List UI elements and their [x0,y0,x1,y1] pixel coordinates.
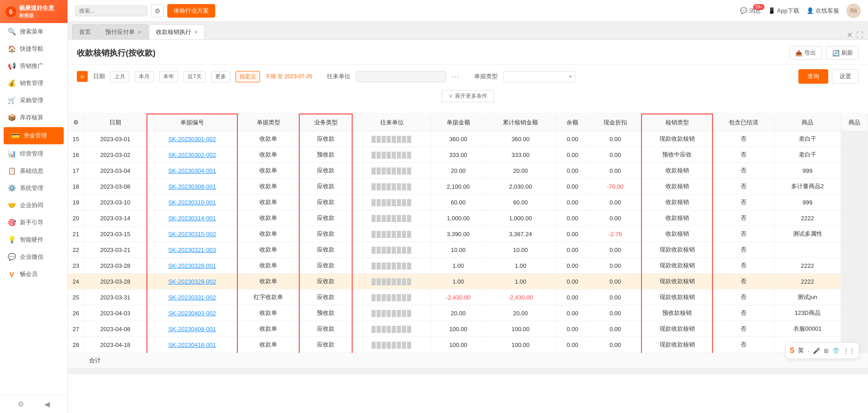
export-button[interactable]: 📤 导出 [789,46,822,60]
sidebar-item-hardware[interactable]: 💡 智能硬件 [0,231,67,248]
date-btn-more[interactable]: 更多 [211,71,230,82]
sn-link[interactable]: SK-20230310-001 [168,199,216,206]
sn-link[interactable]: SK-20230321-003 [168,247,216,253]
date-custom-btn[interactable]: 自定义 [236,71,260,82]
th-hx-type: 核销类型 [642,114,712,131]
user-avatar[interactable]: Rit [846,4,861,18]
sidebar-item-operations[interactable]: 📊 经营管理 [0,145,67,162]
cell-goods2 [841,210,868,226]
refresh-button[interactable]: 🔄 刷新 [826,46,859,60]
cell-accum-hx: 20.00 [485,305,556,321]
sidebar-item-sales[interactable]: 💰 销售管理 [0,75,67,92]
cell-goods: 123D商品 [774,305,841,321]
sn-link[interactable]: SK-20230403-002 [168,310,216,317]
sidebar-item-inventory[interactable]: 📦 库存核算 [0,109,67,126]
expand-more-btn[interactable]: ∨ 展开更多条件 [442,90,494,102]
online-support-btn[interactable]: 👤 在线客服 [807,7,839,15]
sidebar-item-member[interactable]: V 畅会员 [0,266,67,283]
sidebar-item-purchase[interactable]: 🛒 采购管理 [0,92,67,109]
app-download-btn[interactable]: 📱 App下载 [768,7,799,15]
search-icon: 🔍 [7,28,16,36]
settings-gear-icon[interactable]: ⚙ [18,400,24,408]
breadcrumb-input[interactable] [75,5,147,16]
receipt-type-select[interactable] [503,71,576,82]
cell-sn[interactable]: SK-20230310-001 [147,195,238,210]
filter-toggle-button[interactable]: » [77,71,88,82]
cell-sn[interactable]: SK-20230408-001 [147,321,238,337]
sidebar-item-marketing[interactable]: 📢 营销推广 [0,57,67,75]
collapse-icon[interactable]: ◀ [44,400,50,408]
sn-link[interactable]: SK-20230308-001 [168,183,216,190]
tab-home[interactable]: 首页 [72,24,98,39]
cell-sn[interactable]: SK-20230328-001 [147,258,238,274]
cell-sn[interactable]: SK-20230315-002 [147,226,238,242]
sn-link[interactable]: SK-20230328-002 [168,278,216,285]
sn-link[interactable]: SK-20230315-002 [168,231,216,237]
industry-btn[interactable]: 体验行业方案 [167,4,215,18]
cell-include-settled: 否 [712,258,774,274]
tab-maximize-icon[interactable]: ⛶ [856,31,863,39]
cell-sn[interactable]: SK-20230302-002 [147,147,238,163]
cell-no: 18 [68,179,84,195]
table-scrollbar[interactable] [68,369,868,374]
cell-goods2 [841,163,868,179]
tab-receipt[interactable]: 收款核销执行 ✕ [149,24,205,39]
partner-input[interactable] [356,71,446,82]
cell-accum-hx: 20.00 [485,163,556,179]
sidebar-item-guide[interactable]: 🎯 新手引导 [0,214,67,231]
date-btn-this-month[interactable]: 本月 [135,71,154,82]
sidebar-item-search[interactable]: 🔍 搜索菜单 [0,23,67,40]
sn-link[interactable]: SK-20230301-002 [168,136,216,142]
sn-link[interactable]: SK-20230408-001 [168,326,216,332]
table-row: 16 2023-03-02 SK-20230302-002 收款单 预收款 ██… [68,147,868,163]
cell-sn[interactable]: SK-20230308-001 [147,179,238,195]
cell-sn[interactable]: SK-20230301-002 [147,131,238,147]
th-sn: 单据编号 [147,114,238,131]
sidebar-item-system[interactable]: ⚙️ 系统管理 [0,180,67,197]
sidebar-item-quicknav[interactable]: 🏠 快捷导航 [0,40,67,57]
cell-sn[interactable]: SK-20230331-002 [147,290,238,305]
tab-prepay-close[interactable]: ✕ [137,29,142,35]
cell-hx-type: 现款收款核销 [642,290,712,305]
cell-no: 27 [68,321,84,337]
cell-balance: 0.00 [556,147,589,163]
sn-link[interactable]: SK-20230304-001 [168,167,216,174]
sn-link[interactable]: SK-20230302-002 [168,152,216,158]
sn-link[interactable]: SK-20230314-001 [168,215,216,222]
cell-amount: 360.00 [431,131,486,147]
table-row: 21 2023-03-15 SK-20230315-002 收款单 应收款 ██… [68,226,868,242]
cell-bill-type: 收款单 [237,274,299,290]
table-row: 28 2023-04-18 SK-20230418-001 收款单 应收款 ██… [68,337,868,353]
tab-receipt-label: 收款核销执行 [156,28,191,36]
cell-amount: 20.00 [431,163,486,179]
cell-sn[interactable]: SK-20230321-003 [147,242,238,258]
cell-include-settled: 否 [712,147,774,163]
tab-prepay[interactable]: 预付应付单 ✕ [99,24,148,39]
cell-goods2 [841,305,868,321]
tab-receipt-close[interactable]: ✕ [194,29,198,35]
sidebar-item-basic[interactable]: 📋 基础信息 [0,162,67,180]
sn-link[interactable]: SK-20230328-001 [168,262,216,269]
sn-link[interactable]: SK-20230331-002 [168,294,216,301]
messages-btn[interactable]: 💬 消息 99+ [740,7,761,15]
sidebar-item-enterprise[interactable]: 🤝 企业协同 [0,197,67,214]
cell-sn[interactable]: SK-20230314-001 [147,210,238,226]
cell-sn[interactable]: SK-20230403-002 [147,305,238,321]
query-button[interactable]: 查询 [798,69,828,84]
date-btn-this-year[interactable]: 本年 [159,71,178,82]
tab-close-all-icon[interactable]: ✕ [847,31,853,39]
topbar-gear-button[interactable]: ⚙ [151,5,164,17]
sidebar-item-finance[interactable]: 💳 资金管理 [4,127,64,144]
sn-link[interactable]: SK-20230418-001 [168,342,216,348]
cell-sn[interactable]: SK-20230328-002 [147,274,238,290]
date-btn-7days[interactable]: 近7天 [184,71,206,82]
date-btn-last-month[interactable]: 上月 [110,71,129,82]
sidebar-item-wechat[interactable]: 💬 企业微信 [0,248,67,266]
cell-amount: -2,430.00 [431,290,486,305]
sidebar-footer: ⚙ ◀ [0,395,67,413]
filter-settings-button[interactable]: 设置 [832,69,859,84]
cell-goods: 衣服00001 [774,321,841,337]
cell-sn[interactable]: SK-20230304-001 [147,163,238,179]
cell-amount: 333.00 [431,147,486,163]
cell-sn[interactable]: SK-20230418-001 [147,337,238,353]
